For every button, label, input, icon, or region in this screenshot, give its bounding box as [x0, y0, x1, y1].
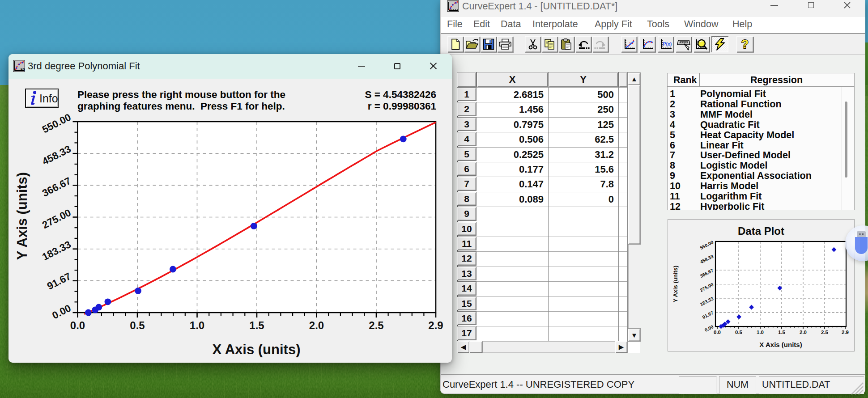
svg-text:kg: kg	[21, 67, 25, 71]
svg-text:?: ?	[741, 38, 749, 51]
svg-text:P(x): P(x)	[663, 41, 672, 46]
